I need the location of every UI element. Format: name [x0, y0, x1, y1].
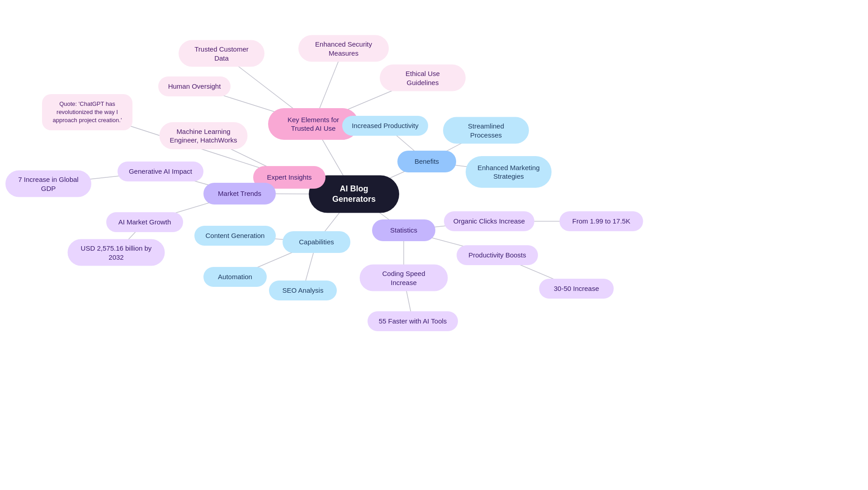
- mindmap-container: AI Blog GeneratorsKey Elements for Trust…: [0, 0, 868, 490]
- node-benefits[interactable]: Benefits: [397, 151, 456, 172]
- node-generative-ai[interactable]: Generative AI Impact: [118, 162, 203, 181]
- node-trusted-customer[interactable]: Trusted Customer Data: [179, 40, 264, 67]
- node-coding-speed[interactable]: Coding Speed Increase: [360, 265, 448, 291]
- node-from-1-to-17[interactable]: From 1.99 to 17.5K: [560, 211, 643, 231]
- node-productivity-boosts[interactable]: Productivity Boosts: [457, 245, 538, 265]
- node-content-gen[interactable]: Content Generation: [194, 226, 276, 246]
- node-market-trends[interactable]: Market Trends: [203, 183, 276, 205]
- node-55-faster[interactable]: 55 Faster with AI Tools: [368, 311, 458, 331]
- node-human-oversight[interactable]: Human Oversight: [158, 76, 231, 96]
- node-ai-market-growth[interactable]: AI Market Growth: [106, 212, 183, 232]
- node-streamlined[interactable]: Streamlined Processes: [443, 117, 529, 144]
- node-automation[interactable]: Automation: [203, 267, 267, 287]
- node-ml-engineer[interactable]: Machine Learning Engineer, HatchWorks: [160, 122, 248, 149]
- node-increased-productivity[interactable]: Increased Productivity: [342, 116, 428, 136]
- node-30-50-increase[interactable]: 30-50 Increase: [539, 279, 614, 299]
- node-enhanced-security[interactable]: Enhanced Security Measures: [298, 35, 389, 62]
- node-seo-analysis[interactable]: SEO Analysis: [269, 281, 337, 300]
- node-usd-billion[interactable]: USD 2,575.16 billion by 2032: [68, 239, 165, 266]
- node-capabilities[interactable]: Capabilities: [283, 231, 350, 253]
- node-statistics[interactable]: Statistics: [372, 219, 435, 241]
- node-organic-clicks[interactable]: Organic Clicks Increase: [444, 211, 534, 231]
- node-quote[interactable]: Quote: 'ChatGPT has revolutionized the w…: [42, 94, 132, 130]
- node-ethical-use[interactable]: Ethical Use Guidelines: [380, 65, 466, 91]
- node-enhanced-marketing[interactable]: Enhanced Marketing Strategies: [466, 156, 552, 188]
- node-gdp-increase[interactable]: 7 Increase in Global GDP: [5, 171, 91, 197]
